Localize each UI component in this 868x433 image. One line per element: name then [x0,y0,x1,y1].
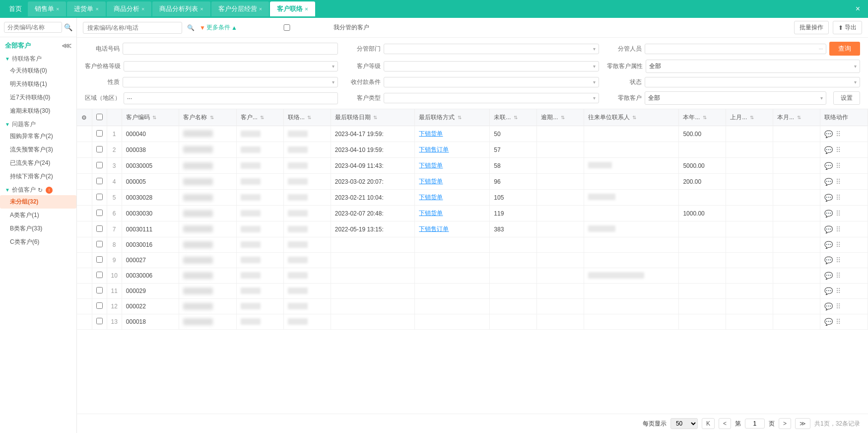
qr-icon[interactable]: ⠿ [836,241,841,249]
status-select[interactable]: ▾ [645,77,860,87]
price-segment-group[interactable]: ▼ 价值客户 ↻ ! [0,183,76,195]
row-check[interactable] [96,178,103,184]
chat-icon[interactable]: 💬 [824,194,833,202]
code-col-header[interactable]: 客户编码 ⇅ [122,109,179,126]
tab-product-analysis[interactable]: 商品分析 × [107,1,151,16]
chat-icon[interactable]: 💬 [824,302,833,310]
chat-icon[interactable]: 💬 [824,241,833,249]
chat-icon[interactable]: 💬 [824,162,833,170]
qr-icon[interactable]: ⠿ [836,272,841,280]
chat-icon[interactable]: 💬 [824,225,833,233]
row-check[interactable] [96,210,103,216]
price-grade-select[interactable]: ▾ [124,61,338,72]
settings-col-header[interactable]: ⚙ [77,109,92,126]
sidebar-item-tomorrow[interactable]: 明天待联络(1) [0,77,76,91]
row-check[interactable] [96,194,103,200]
last-month-col-header[interactable]: 上月... ⇅ [726,109,773,126]
phone-input[interactable] [123,43,338,55]
close-customer-contact[interactable]: × [305,6,308,12]
window-close-button[interactable]: × [852,4,864,13]
qr-icon[interactable]: ⠿ [836,178,841,186]
sidebar-item-churn-warn[interactable]: 流失预警客户(3) [0,143,76,156]
qr-icon[interactable]: ⠿ [836,256,841,264]
close-purchase-order[interactable]: × [95,6,98,12]
sidebar-item-today[interactable]: 今天待联络(0) [0,64,76,77]
tab-customer-contact[interactable]: 客户联络 × [270,1,315,16]
category-col-header[interactable]: 客户... ⇅ [236,109,283,126]
row-last-contact-method[interactable]: 下销货单 [415,126,490,142]
qr-icon[interactable]: ⠿ [836,302,841,310]
qr-icon[interactable]: ⠿ [836,318,841,326]
contact-col-header[interactable]: 联络... ⇅ [283,109,331,126]
my-customers-checkbox[interactable]: 我分管的客户 [242,23,369,32]
row-last-contact-method[interactable]: 下销货单 [415,158,490,174]
row-check[interactable] [96,225,103,232]
sidebar-item-lost[interactable]: 已流失客户(24) [0,156,76,170]
chat-icon[interactable]: 💬 [824,178,833,186]
first-page-btn[interactable]: K [702,418,715,429]
close-customer-tier[interactable]: × [259,6,262,12]
select-all-checkbox[interactable] [96,114,103,120]
sidebar-item-overdue[interactable]: 逾期未联络(30) [0,104,76,118]
sidebar-item-declining[interactable]: 持续下滑客户(2) [0,170,76,183]
retail-attr-select[interactable]: 全部 ▾ [646,60,860,73]
last-contact-method-col-header[interactable]: 最后联络方式 ⇅ [415,109,490,126]
payment-select[interactable]: ▾ [384,77,599,87]
biz-contact-col-header[interactable]: 往来单位联系人 ⇅ [584,109,679,126]
staff-select[interactable]: ··· [645,44,826,54]
close-product-analysis[interactable]: × [141,6,144,12]
next-page-btn[interactable]: > [779,418,791,429]
row-check[interactable] [96,241,103,247]
row-check[interactable] [96,146,103,152]
row-last-contact-method[interactable]: 下销售订单 [415,221,490,237]
sidebar-item-a-class[interactable]: A类客户(1) [0,209,76,222]
problem-customer-group[interactable]: ▼ 问题客户 [0,118,76,130]
sidebar-item-ungroup[interactable]: 未分组(32) [0,195,76,209]
qr-icon[interactable]: ⠿ [836,225,841,233]
sidebar-item-abnormal[interactable]: 囤购异常客户(2) [0,130,76,143]
tab-product-analysis-list[interactable]: 商品分析列表 × [152,1,210,16]
sidebar-search-input[interactable] [4,22,62,33]
tab-sales-order[interactable]: 销售单 × [28,1,66,16]
qr-icon[interactable]: ⠿ [836,130,841,138]
pending-contact-group[interactable]: ▼ 待联络客户 [0,52,76,64]
qr-icon[interactable]: ⠿ [836,210,841,217]
export-btn[interactable]: ⬆ 导出 [833,21,862,34]
chat-icon[interactable]: 💬 [824,146,833,154]
sidebar-item-c-class[interactable]: C类客户(6) [0,235,76,249]
prev-page-btn[interactable]: < [719,418,731,429]
query-btn[interactable]: 查询 [829,42,860,56]
last-contact-date-col-header[interactable]: 最后联络日期 ⇅ [331,109,415,126]
row-last-contact-method[interactable]: 下销货单 [415,174,490,190]
my-customers-check[interactable] [242,24,332,31]
chat-icon[interactable]: 💬 [824,287,833,295]
row-last-contact-method[interactable]: 下销售订单 [415,142,490,158]
row-check[interactable] [96,130,103,137]
chat-icon[interactable]: 💬 [824,272,833,280]
qr-icon[interactable]: ⠿ [836,162,841,170]
page-number-input[interactable] [745,419,765,429]
home-tab[interactable]: 首页 [4,1,27,16]
row-check[interactable] [96,162,103,168]
row-check[interactable] [96,302,103,309]
chat-icon[interactable]: 💬 [824,318,833,326]
last-page-btn[interactable]: ≫ [795,418,810,429]
row-check[interactable] [96,287,103,293]
sidebar-item-7days[interactable]: 近7天待联络(0) [0,91,76,104]
page-size-select[interactable]: 50 20 100 [670,418,698,429]
all-customers-header[interactable]: 全部客户 ⋘ [0,37,76,52]
chat-icon[interactable]: 💬 [824,210,833,217]
dept-select[interactable]: ▾ [384,44,599,54]
refresh-icon[interactable]: ↻ [38,187,43,194]
tab-customer-tier[interactable]: 客户分层经营 × [211,1,269,16]
row-check[interactable] [96,272,103,278]
filter-search-icon[interactable]: 🔍 [187,24,195,31]
row-check[interactable] [96,256,103,263]
close-product-analysis-list[interactable]: × [200,6,203,12]
sidebar-item-b-class[interactable]: B类客户(33) [0,222,76,235]
sidebar-search-icon[interactable]: 🔍 [64,23,72,31]
tab-purchase-order[interactable]: 进货单 × [67,1,105,16]
retail-customer-select[interactable]: 全部 ▾ [645,91,826,105]
this-month-col-header[interactable]: 本月... ⇅ [773,109,820,126]
qr-icon[interactable]: ⠿ [836,146,841,154]
